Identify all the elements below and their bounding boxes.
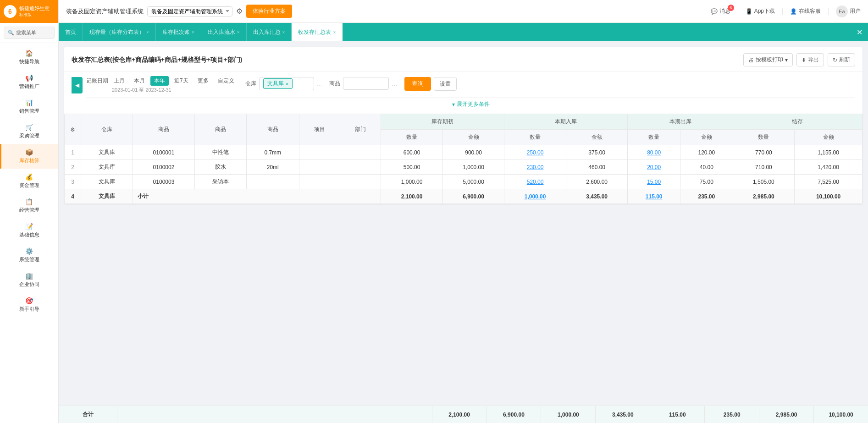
system-select[interactable]: 装备及固定资产辅助管理系统 <box>147 6 232 16</box>
tab-home[interactable]: 首页 <box>59 23 83 41</box>
expand-filter-button[interactable]: ▾ 展开更多条件 <box>452 100 490 108</box>
data-table-wrapper: ⚙ 仓库 商品 商品 商品 项目 部门 库存期初 本期入库 本期出库 结存 <box>64 114 862 204</box>
topbar-left: 装备及固定资产辅助管理系统 装备及固定资产辅助管理系统 ⚙ 体验行业方案 <box>66 5 292 18</box>
row-dept-3 <box>340 175 381 189</box>
refresh-button[interactable]: ↻ 刷新 <box>828 53 855 66</box>
user-avatar[interactable]: Ea 用户 <box>836 5 861 17</box>
subtotal-open-amt: 6,900.00 <box>442 189 504 204</box>
warehouse-tag: 文具库 × <box>263 78 293 89</box>
tab-receivesend-close[interactable]: × <box>333 30 336 35</box>
row-out-qty-1[interactable]: 80.00 <box>628 145 680 160</box>
row-goods-code-3: 0100003 <box>133 175 195 189</box>
query-button[interactable]: 查询 <box>404 77 431 91</box>
tab-batch-close[interactable]: × <box>192 30 194 35</box>
table-settings-header[interactable]: ⚙ <box>65 114 81 145</box>
date-custom[interactable]: 自定义 <box>214 76 238 86</box>
goods-more-icon[interactable]: ... <box>392 80 397 87</box>
tab-stock[interactable]: 现存量（库存分布表） × <box>83 23 156 41</box>
inventory-icon: 📦 <box>25 148 33 156</box>
search-menu-button[interactable]: 🔍 搜索菜单 <box>4 27 55 39</box>
settings-gear-icon[interactable]: ⚙ <box>236 7 243 16</box>
tab-flow-close[interactable]: × <box>237 30 240 35</box>
footer-in-amt: 3,435.00 <box>595 406 650 423</box>
filter-collapse-button[interactable]: ◀ <box>72 77 83 93</box>
row-open-qty-1: 600.00 <box>381 145 443 160</box>
row-dept-2 <box>340 160 381 175</box>
export-button[interactable]: ⬇ 导出 <box>796 53 824 66</box>
row-in-qty-3[interactable]: 520.00 <box>504 175 566 189</box>
row-in-amt-1: 375.00 <box>566 145 628 160</box>
filter-content: 记账日期 上月 本月 本年 近7天 更多 自定义 2023-01-01 至 20… <box>86 76 855 110</box>
expand-filter-area: ▾ 展开更多条件 <box>86 97 855 110</box>
date-this-year[interactable]: 本年 <box>150 76 169 86</box>
date-this-month[interactable]: 本月 <box>130 76 149 86</box>
col-header-goods-name: 商品 <box>194 114 246 145</box>
row-in-qty-2[interactable]: 230.00 <box>504 160 566 175</box>
row-goods-name-1: 中性笔 <box>194 145 246 160</box>
warehouse-input[interactable]: 文具库 × <box>259 77 314 90</box>
tab-receivesend[interactable]: 收发存汇总表 × <box>292 23 343 41</box>
sidebar-item-enterprise[interactable]: 🏢 企业协同 <box>0 268 58 292</box>
subtotal-out-amt: 235.00 <box>680 189 733 204</box>
warehouse-tag-close[interactable]: × <box>286 81 288 87</box>
app-download-button[interactable]: 📱 App下载 <box>746 7 775 15</box>
col-header-goods-spec: 商品 <box>246 114 299 145</box>
sidebar-item-sales[interactable]: 📊 销售管理 <box>0 94 58 119</box>
table-subtotal-row: 4 文具库 小计 2,100.00 6,900.00 1,000.00 3,43… <box>65 189 862 204</box>
tab-summary-close[interactable]: × <box>282 30 285 35</box>
subtotal-in-qty[interactable]: 1,000.00 <box>504 189 566 204</box>
subtotal-label: 小计 <box>133 189 381 204</box>
table-settings-icon[interactable]: ⚙ <box>70 126 75 133</box>
subtotal-in-amt: 3,435.00 <box>566 189 628 204</box>
row-goods-name-3: 采访本 <box>194 175 246 189</box>
sidebar-item-basics[interactable]: 📝 基础信息 <box>0 218 58 243</box>
subtotal-num: 4 <box>65 189 81 204</box>
footer-in-qty: 1,000.00 <box>541 406 595 423</box>
date-filter: 记账日期 上月 本月 本年 近7天 更多 自定义 2023-01-01 至 20… <box>86 76 238 93</box>
subtotal-out-qty[interactable]: 115.00 <box>628 189 680 204</box>
sales-icon: 📊 <box>25 99 33 106</box>
col-group-balance: 结存 <box>733 114 862 130</box>
footer-out-qty: 115.00 <box>650 406 704 423</box>
print-button[interactable]: 🖨 按模板打印 ▾ <box>743 53 793 66</box>
sidebar-item-marketing[interactable]: 📢 营销推广 <box>0 70 58 94</box>
sidebar-search-area: 🔍 搜索菜单 <box>0 23 58 43</box>
row-warehouse-2: 文具库 <box>81 160 133 175</box>
chevron-down-icon: ▾ <box>785 57 788 63</box>
search-icon: 🔍 <box>8 30 14 36</box>
sidebar-item-finance[interactable]: 💰 资金管理 <box>0 169 58 193</box>
sidebar-item-quicknav[interactable]: 🏠 快捷导航 <box>0 45 58 70</box>
row-out-qty-2[interactable]: 20.00 <box>628 160 680 175</box>
sidebar-item-newbie[interactable]: 🎯 新手引导 <box>0 292 58 317</box>
footer-out-amt: 235.00 <box>704 406 759 423</box>
col-in-qty: 数量 <box>504 130 566 145</box>
row-in-qty-1[interactable]: 250.00 <box>504 145 566 160</box>
date-range-text: 2023-01-01 至 2023-12-31 <box>86 87 238 93</box>
date-prev-month[interactable]: 上月 <box>110 76 128 86</box>
service-icon: 👤 <box>790 8 797 15</box>
row-out-qty-3[interactable]: 15.00 <box>628 175 680 189</box>
tab-batch[interactable]: 库存批次账 × <box>156 23 201 41</box>
warehouse-more-icon[interactable]: ... <box>317 80 322 88</box>
sidebar-nav: 🏠 快捷导航 📢 营销推广 📊 销售管理 🛒 采购管理 📦 库存核算 💰 资金管… <box>0 43 58 423</box>
date-more[interactable]: 更多 <box>194 76 212 86</box>
sidebar-item-inventory[interactable]: 📦 库存核算 <box>0 144 58 169</box>
settings-button[interactable]: 设置 <box>434 77 457 91</box>
col-group-opening: 库存期初 <box>381 114 504 130</box>
warehouse-label: 仓库 <box>245 80 256 88</box>
row-bal-amt-2: 1,420.00 <box>795 160 862 175</box>
footer-total-label: 合计 <box>59 406 117 423</box>
try-button[interactable]: 体验行业方案 <box>246 5 292 18</box>
goods-input[interactable] <box>343 77 389 90</box>
tab-flow[interactable]: 出入库流水 × <box>201 23 247 41</box>
sidebar-item-system[interactable]: ⚙️ 系统管理 <box>0 243 58 268</box>
sidebar-item-purchase[interactable]: 🛒 采购管理 <box>0 119 58 144</box>
close-all-tabs-icon[interactable]: ✕ <box>851 28 868 37</box>
online-service-button[interactable]: 👤 在线客服 <box>790 7 821 15</box>
sidebar-item-operations[interactable]: 📋 经营管理 <box>0 193 58 218</box>
message-button[interactable]: 💬 消息 6 <box>711 7 730 15</box>
row-project-1 <box>299 145 340 160</box>
date-7days[interactable]: 近7天 <box>171 76 192 86</box>
tab-stock-close[interactable]: × <box>146 30 149 35</box>
tab-summary[interactable]: 出入库汇总 × <box>247 23 292 41</box>
